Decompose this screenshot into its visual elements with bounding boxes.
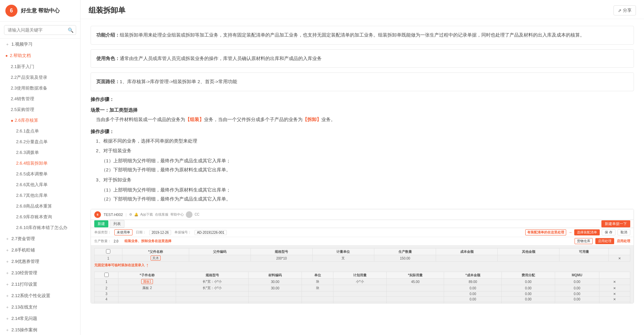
main-header: 组装拆卸单 ⇗ 分享 xyxy=(80,0,644,19)
mock-lth-unit: 单位 xyxy=(302,272,333,279)
sidebar-item-25-label: 2.5采购管理 xyxy=(11,107,34,113)
sidebar-item-2610[interactable]: 2.6.10库存账本错了怎么办 xyxy=(0,222,80,233)
mock-tab-list[interactable]: 列表 xyxy=(110,220,124,228)
mock-topbar-icons: ⚙ 🔔 App下载 在线客服 帮助中心 CC xyxy=(129,211,199,218)
sidebar-item-25[interactable]: 2.5采购管理 xyxy=(0,104,80,115)
sidebar-item-28[interactable]: ＋ 2.8手机旺铺 xyxy=(0,244,80,256)
screenshot-container: 6 TEST-H002 | ⚙ 🔔 App下载 在线客服 帮助中心 CC xyxy=(91,209,634,303)
role-text: 使用角色：通常由生产人员或库管人员完成拆装业务的操作，库管人员确认原材料的出库和… xyxy=(96,56,322,61)
sidebar-item-210[interactable]: ＋ 2.10经营管理 xyxy=(0,267,80,279)
nav-section: ＋ 1.视频学习 ● 2.帮助文档 2.1新手入门 2.2产品安装及登录 2.3… xyxy=(0,39,80,335)
step2: 2、对于组装业务 xyxy=(96,147,634,155)
sidebar-item-212[interactable]: ＋ 2.12系统个性化设置 xyxy=(0,290,80,301)
sidebar-item-21-label: 2.1新手入门 xyxy=(11,64,34,70)
mock-save-btn[interactable]: 保 存 xyxy=(602,229,615,235)
sidebar-item-211[interactable]: ＋ 2.11打印设置 xyxy=(0,279,80,290)
sidebar-item-video-label: 1.视频学习 xyxy=(11,41,33,47)
search-input[interactable] xyxy=(4,25,76,35)
mock-docnum-value: AD-20191226-001 xyxy=(195,230,227,235)
arrow-right-icon: → xyxy=(568,230,572,235)
search-button[interactable]: 🔍 xyxy=(68,27,73,33)
mock-row-delete[interactable]: ✕ xyxy=(618,257,621,260)
sidebar-item-210-label: 2.10经营管理 xyxy=(11,270,37,276)
mock-lth-code: 材料编码 xyxy=(249,272,302,279)
sidebar-item-267-label: 2.6.7其他出库单 xyxy=(16,192,48,199)
sidebar-item-23[interactable]: 2.3使用前数据准备 xyxy=(0,83,80,94)
callout5-row: 无固定清单可临时添加在这里录入 ↑ xyxy=(91,262,634,270)
intro-block: 功能介绍：组装拆卸单用来处理企业组装或拆卸等加工业务，支持有固定装配清单的产品加… xyxy=(91,26,634,45)
main-content: 组装拆卸单 ⇗ 分享 功能介绍：组装拆卸单用来处理企业组装或拆卸等加工业务，支持… xyxy=(80,0,644,335)
scene1-title: 场景一：加工类型选择 xyxy=(91,107,634,113)
table-row: 4 0.000.000.00 ✕ xyxy=(95,297,630,302)
callout5-text: 无固定清单可临时添加在这里录入 xyxy=(94,263,145,268)
mock-tab-new[interactable]: 新建 xyxy=(94,220,108,227)
mock-th-ops xyxy=(609,248,630,255)
mock-select-bom-btn[interactable]: 选择装配清单 xyxy=(574,229,600,235)
intro-text: 功能介绍：组装拆卸单用来处理企业组装或拆卸等加工业务，支持有固定装配清单的产品加… xyxy=(96,33,585,38)
sidebar-item-video[interactable]: ＋ 1.视频学习 xyxy=(0,39,80,50)
mock-window: 6 TEST-H002 | ⚙ 🔔 App下载 在线客服 帮助中心 CC xyxy=(91,209,634,303)
callout1-text: 有装配清单的在这里处理 xyxy=(525,229,566,235)
mock-btn-new-doc[interactable]: 新建单据一下 xyxy=(601,220,630,227)
sidebar-item-215[interactable]: ＋ 2.15操作案例 xyxy=(0,324,80,335)
sidebar-item-24-label: 2.4销售管理 xyxy=(11,96,34,102)
mock-cancel-btn[interactable]: 取消 xyxy=(618,229,630,235)
share-button[interactable]: ⇗ 分享 xyxy=(613,5,636,15)
sidebar-item-215-label: 2.15操作案例 xyxy=(11,327,37,333)
sidebar-item-214[interactable]: ＋ 2.14常见问题 xyxy=(0,313,80,324)
sidebar-item-22[interactable]: 2.2产品安装及登录 xyxy=(0,72,80,83)
sidebar-item-269[interactable]: 2.6.9库存账本查询 xyxy=(0,212,80,222)
mock-topbar-id: TEST-H002 xyxy=(104,213,123,217)
logo-icon: 6 xyxy=(5,5,17,17)
step2-sub1: （1）上部明细为父件明细，最终作为产成品生成其它入库单； xyxy=(101,157,634,165)
sidebar-item-266[interactable]: 2.6.6其他入库单 xyxy=(0,179,80,190)
page-title: 组装拆卸单 xyxy=(89,5,125,15)
mock-upper-table-body: 1 关木 200*10 支 150.00 xyxy=(95,255,630,262)
mock-lth-actual: *实际用量 xyxy=(386,272,444,279)
sidebar-item-23-label: 2.3使用前数据准备 xyxy=(11,85,47,91)
share-label: 分享 xyxy=(623,7,632,13)
plus-icon-27: ＋ xyxy=(5,236,9,242)
ops-label: 操作步骤： xyxy=(91,129,634,135)
mock-docnum-label: 单据编号： xyxy=(174,230,191,235)
plus-icon-211: ＋ xyxy=(5,282,9,287)
sidebar-item-213[interactable]: ＋ 2.13在线支付 xyxy=(0,301,80,313)
mock-upper-table: *父件名称 父件编码 规格型号 计量单位 生产数量 成本金额 其他金额 可用量 xyxy=(94,248,630,262)
arrow-up-icon: ↑ xyxy=(146,262,149,268)
sidebar-item-26[interactable]: ● 2.6库存核算 xyxy=(0,115,80,126)
sidebar-item-263[interactable]: 2.6.3调拨单 xyxy=(0,147,80,158)
table-row: 5 xyxy=(95,302,630,303)
sidebar-item-268[interactable]: 2.6.8商品成本重算 xyxy=(0,201,80,212)
plus-icon-214: ＋ xyxy=(5,316,9,322)
mock-tables-area: *父件名称 父件编码 规格型号 计量单位 生产数量 成本金额 其他金额 可用量 xyxy=(91,245,634,303)
sidebar-item-261[interactable]: 2.6.1盘点单 xyxy=(0,126,80,136)
sidebar-item-docs[interactable]: ● 2.帮助文档 xyxy=(0,50,80,61)
mock-th-parent-name: *父件名称 xyxy=(122,248,189,255)
sidebar-item-28-label: 2.8手机旺铺 xyxy=(11,247,35,253)
sidebar-item-26-label: 2.6库存核算 xyxy=(15,117,38,123)
table-row: 2 属板 2 长*宽：小*小 30.00 块 0.00 0.00 xyxy=(95,285,630,291)
sidebar-item-29[interactable]: ＋ 2.9优惠券管理 xyxy=(0,256,80,267)
sidebar-item-264[interactable]: 2.6.4组装拆卸单 xyxy=(0,158,80,169)
sidebar-item-27[interactable]: ＋ 2.7资金管理 xyxy=(0,233,80,244)
role-block: 使用角色：通常由生产人员或库管人员完成拆装业务的操作，库管人员确认原材料的出库和… xyxy=(91,49,634,68)
sidebar-item-2610-label: 2.6.10库存账本错了怎么办 xyxy=(16,225,67,231)
sidebar-item-263-label: 2.6.3调拨单 xyxy=(16,150,39,156)
sidebar: 6 好生意 帮助中心 🔍 ＋ 1.视频学习 ● 2.帮助文档 2.1新手入门 2… xyxy=(0,0,80,335)
sidebar-item-265[interactable]: 2.6.5成本调整单 xyxy=(0,169,80,179)
sidebar-item-27-label: 2.7资金管理 xyxy=(11,236,35,242)
mock-enable-btn[interactable]: 启用处理 xyxy=(595,238,614,244)
mock-warehouse-input: 货物仓库 xyxy=(575,238,593,244)
mock-qty-label: 生产数量： xyxy=(94,239,111,243)
mock-th-other: 其他金额 xyxy=(498,248,559,255)
mock-th-checkbox xyxy=(95,248,122,255)
sidebar-item-267[interactable]: 2.6.7其他出库单 xyxy=(0,190,80,201)
sidebar-item-265-label: 2.6.5成本调整单 xyxy=(16,171,48,177)
sidebar-item-262[interactable]: 2.6.2分量盘点单 xyxy=(0,136,80,147)
plus-icon-210: ＋ xyxy=(5,270,9,276)
mock-logo: 6 xyxy=(94,211,101,218)
sidebar-item-21[interactable]: 2.1新手入门 xyxy=(0,61,80,72)
mock-lth-child: *子件名称 xyxy=(118,272,176,279)
mock-type-select[interactable]: 未使用单 xyxy=(114,229,132,235)
sidebar-item-24[interactable]: 2.4销售管理 xyxy=(0,94,80,104)
